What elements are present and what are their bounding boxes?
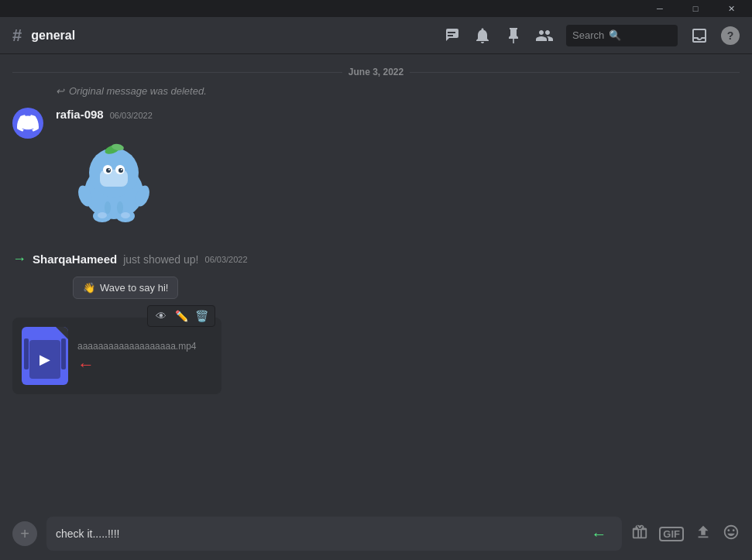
search-icon: 🔍 bbox=[609, 29, 621, 41]
edit-icon[interactable]: ✏️ bbox=[173, 307, 190, 325]
rafia-username: rafia-098 bbox=[56, 108, 104, 121]
maximize-button[interactable]: □ bbox=[678, 0, 713, 17]
system-message-text: Original message was deleted. bbox=[69, 85, 207, 97]
play-icon: ▶ bbox=[39, 351, 50, 368]
threads-icon[interactable] bbox=[442, 26, 461, 45]
delete-icon[interactable]: 🗑️ bbox=[193, 307, 210, 325]
svg-point-8 bbox=[118, 168, 123, 173]
svg-point-17 bbox=[121, 212, 130, 218]
join-arrow-icon: → bbox=[12, 251, 26, 267]
input-action-icons: GIF bbox=[631, 524, 740, 545]
svg-point-19 bbox=[117, 201, 123, 214]
header-icons: Search 🔍 ? bbox=[442, 25, 740, 46]
search-label: Search bbox=[572, 29, 604, 41]
pin-icon[interactable] bbox=[504, 26, 523, 45]
svg-point-10 bbox=[121, 169, 122, 170]
gift-icon[interactable] bbox=[631, 524, 648, 545]
wave-button-label: Wave to say hi! bbox=[100, 282, 168, 294]
join-text: just showed up! bbox=[123, 253, 198, 266]
svg-point-18 bbox=[105, 201, 111, 214]
svg-point-7 bbox=[106, 168, 111, 173]
wave-button[interactable]: 👋 Wave to say hi! bbox=[73, 277, 178, 299]
view-icon[interactable]: 👁 bbox=[153, 307, 170, 325]
notification-bell-icon[interactable] bbox=[473, 26, 492, 45]
attachment-filename: aaaaaaaaaaaaaaaaaaa.mp4 bbox=[77, 341, 212, 352]
svg-rect-11 bbox=[104, 176, 124, 185]
date-divider: June 3, 2022 bbox=[0, 60, 752, 84]
attachment-container: 👁 ✏️ 🗑️ ▶ aaaaaaaaa bbox=[12, 318, 221, 394]
rafia-avatar bbox=[12, 108, 43, 139]
red-arrow-icon: ← bbox=[77, 355, 212, 375]
rafia-message-header: rafia-098 06/03/2022 bbox=[56, 108, 740, 121]
green-arrow-icon: ← bbox=[591, 525, 606, 543]
sticker-image bbox=[56, 122, 172, 239]
message-input-text[interactable]: check it.....!!!! bbox=[56, 527, 585, 540]
attachment-body: ▶ aaaaaaaaaaaaaaaaaaa.mp4 ← bbox=[12, 318, 221, 394]
attachment-info: aaaaaaaaaaaaaaaaaaa.mp4 ← bbox=[77, 338, 212, 375]
message-input-area: + check it.....!!!! ← GIF bbox=[0, 507, 752, 560]
date-divider-text: June 3, 2022 bbox=[349, 67, 403, 77]
search-bar[interactable]: Search 🔍 bbox=[566, 25, 678, 46]
svg-point-9 bbox=[108, 169, 110, 170]
file-icon: ▶ bbox=[22, 327, 68, 385]
minimize-button[interactable]: ─ bbox=[642, 0, 678, 17]
channel-header: # general Search � bbox=[0, 17, 752, 54]
gif-button[interactable]: GIF bbox=[659, 527, 684, 541]
close-button[interactable]: ✕ bbox=[713, 0, 749, 17]
title-bar: ─ □ ✕ bbox=[0, 0, 752, 17]
svg-point-16 bbox=[98, 212, 107, 218]
reply-icon: ↩ bbox=[56, 85, 64, 97]
system-message: ↩ Original message was deleted. bbox=[0, 84, 752, 98]
channel-hash-icon: # bbox=[12, 26, 22, 46]
rafia-message-group: rafia-098 06/03/2022 bbox=[0, 105, 752, 242]
add-attachment-button[interactable]: + bbox=[12, 521, 37, 546]
join-username: SharqaHameed bbox=[33, 253, 117, 266]
members-icon[interactable] bbox=[535, 26, 554, 45]
join-timestamp: 06/03/2022 bbox=[205, 255, 248, 264]
channel-name: general bbox=[31, 29, 75, 43]
join-message: → SharqaHameed just showed up! 06/03/202… bbox=[0, 245, 752, 273]
messages-area: June 3, 2022 ↩ Original message was dele… bbox=[0, 54, 752, 507]
emoji-icon[interactable] bbox=[723, 524, 740, 545]
wave-emoji-icon: 👋 bbox=[83, 282, 95, 294]
attachment-toolbar: 👁 ✏️ 🗑️ bbox=[147, 305, 215, 327]
help-icon[interactable]: ? bbox=[721, 26, 740, 45]
rafia-timestamp: 06/03/2022 bbox=[110, 111, 153, 120]
message-input-box[interactable]: check it.....!!!! ← bbox=[46, 517, 622, 551]
inbox-icon[interactable] bbox=[690, 26, 709, 45]
upload-icon[interactable] bbox=[695, 524, 712, 545]
